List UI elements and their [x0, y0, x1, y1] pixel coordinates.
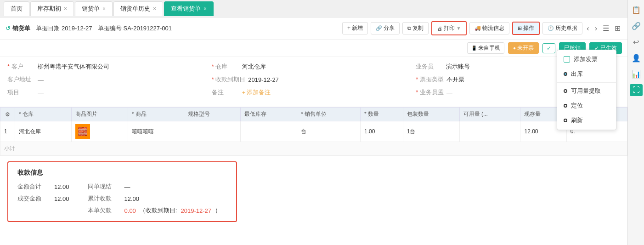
sidebar-user-icon[interactable]: 👤 [630, 52, 643, 64]
row-unit: 台 [297, 121, 361, 142]
operate-button[interactable]: ⊞ 操作 [512, 22, 540, 35]
sidebar-undo-icon[interactable]: ↩ [631, 36, 641, 48]
payment-col-right: 同单现结 — 累计收款 12.00 本单欠款 0.00 （收款到期日: 2019… [88, 182, 221, 215]
tab-close-history[interactable]: × [153, 6, 156, 12]
sidebar-chart-icon[interactable]: 📊 [630, 68, 643, 80]
tab-view-sales[interactable]: 查看销货单 × [164, 1, 214, 16]
dropdown-warehouse-out[interactable]: 出库 [557, 67, 616, 81]
row-spec [184, 121, 241, 142]
add-note-button[interactable]: + 添加备注 [242, 88, 271, 97]
subtotal-label: 小计 [0, 142, 627, 156]
dropdown-locate[interactable]: 定位 [557, 98, 616, 113]
right-sidebar: 📋 🔗 ↩ 👤 📊 ⛶ [627, 0, 644, 245]
table-header-spec: 规格型号 [184, 108, 241, 121]
dropdown-divider [557, 82, 616, 83]
sidebar-expand-icon[interactable]: ⛶ [630, 84, 643, 96]
table-header-gear[interactable]: ⚙ [0, 108, 15, 121]
form-row-1: 客户 柳州粤港平安气体有限公司 仓库 河北仓库 业务员 演示账号 [7, 63, 620, 71]
form-row-3: 项目 — 备注 + 添加备注 业务员孟 — [7, 88, 620, 97]
payment-col-left: 金额合计 12.00 成交金额 12.00 [17, 182, 69, 215]
dropdown-available-qty[interactable]: 可用量提取 [557, 84, 616, 98]
locate-icon [564, 104, 567, 108]
tab-inventory-init[interactable]: 库存期初 × [30, 1, 74, 16]
warehouse-out-icon [564, 72, 567, 76]
print-button[interactable]: 🖨 打印 ▼ [433, 23, 465, 34]
table-row: 1 河北仓库 🧱 嘻嘻嘻嘻 台 1.00 1台 12.00 0. [0, 121, 627, 142]
doc-number-field: 单据编号 SA-20191227-001 [98, 24, 172, 33]
table-header-min-stock: 最低库存 [241, 108, 297, 121]
add-invoice-icon [564, 56, 570, 63]
table-header-qty: * 数量 [361, 108, 403, 121]
row-available [459, 121, 520, 142]
payment-amount-row: 金额合计 12.00 [17, 182, 69, 191]
grid-view-icon[interactable]: ⊞ [613, 24, 622, 33]
sidebar-link-icon[interactable]: 🔗 [630, 20, 643, 32]
dropdown-menu: 添加发票 出库 可用量提取 定位 刷新 [557, 50, 616, 130]
table-wrap: ⚙ * 仓库 商品图片 * 商品 规格型号 最低库存 * 销售单位 * 数量 包… [0, 107, 627, 156]
share-button[interactable]: 🔗 分享 [371, 22, 400, 34]
payment-owed-row: 本单欠款 0.00 （收款到期日: 2019-12-27 ） [88, 206, 221, 215]
tab-sales-order[interactable]: 销货单 × [75, 1, 113, 16]
row-no: 1 [0, 121, 15, 142]
product-thumbnail: 🧱 [75, 124, 90, 139]
row-min-stock [241, 121, 297, 142]
gear-icon[interactable]: ⚙ [5, 111, 10, 118]
dropdown-refresh[interactable]: 刷新 [557, 113, 616, 128]
refresh-icon [564, 119, 567, 122]
form-area: 客户 柳州粤港平安气体有限公司 仓库 河北仓库 业务员 演示账号 客户地址 — [0, 57, 627, 107]
table-header-image: 商品图片 [71, 108, 128, 121]
project-field: 项目 — [7, 88, 212, 97]
dropdown-add-invoice[interactable]: 添加发票 [557, 52, 616, 67]
row-qty: 1.00 [361, 121, 403, 142]
next-arrow[interactable]: › [593, 24, 599, 33]
history-button[interactable]: 🕐 历史单据 [542, 22, 582, 34]
tab-close-view[interactable]: × [203, 6, 207, 12]
subtotal-row: 小计 [0, 142, 627, 156]
payment-date-field: 收款到期日 2019-12-27 [212, 75, 416, 84]
form-row-2: 客户地址 — 收款到期日 2019-12-27 票据类型 不开票 [7, 75, 620, 84]
payment-section: 收款信息 金额合计 12.00 成交金额 12.00 同单现结 — [7, 161, 237, 222]
doc-date-field: 单据日期 2019-12-27 [36, 24, 92, 33]
customer-field: 客户 柳州粤港平安气体有限公司 [7, 63, 212, 71]
payment-title: 收款信息 [17, 169, 227, 177]
row-warehouse: 河北仓库 [15, 121, 72, 142]
row-pack-qty: 1台 [403, 121, 459, 142]
table-header-unit: * 销售单位 [297, 108, 361, 121]
available-qty-icon [564, 89, 567, 93]
doc-type-icon: ↺ 销货单 [6, 24, 30, 33]
logistics-button[interactable]: 🚚 物流信息 [469, 22, 509, 34]
table-header-warehouse: * 仓库 [15, 108, 72, 121]
payment-cumulative-row: 累计收款 12.00 [88, 194, 221, 203]
note-field: 备注 + 添加备注 [212, 88, 416, 97]
copy-button[interactable]: ⧉ 复制 [402, 22, 429, 34]
tab-bar: 首页 库存期初 × 销货单 × 销货单历史 × 查看销货单 × × [0, 0, 644, 17]
toolbar-actions: + 新增 🔗 分享 ⧉ 复制 🖨 打印 ▼ [342, 21, 622, 35]
table-header-available: 可用量 (... [459, 108, 520, 121]
tab-home[interactable]: 首页 [4, 1, 29, 16]
toolbar: ↺ 销货单 单据日期 2019-12-27 单据编号 SA-20191227-0… [0, 17, 627, 40]
warehouse-field: 仓库 河北仓库 [212, 63, 416, 71]
tab-close-inventory[interactable]: × [64, 6, 67, 12]
doc-info: ↺ 销货单 单据日期 2019-12-27 单据编号 SA-20191227-0… [6, 24, 339, 33]
address-field: 客户地址 — [7, 75, 212, 84]
confirmed-check-icon[interactable]: ✓ [542, 43, 555, 53]
from-phone-button[interactable]: 📱 来自手机 [467, 42, 504, 54]
tab-sales-history[interactable]: 销货单历史 × [113, 1, 163, 16]
table-header-product: * 商品 [128, 108, 184, 121]
unchecked-button[interactable]: ● 未开票 [508, 42, 539, 54]
print-highlight-box: 🖨 打印 ▼ [431, 21, 467, 35]
toolbar2: 📱 来自手机 ● 未开票 ✓ 已核销 ✓ 已生效 [0, 40, 627, 57]
table-header-pack-qty: 包装数量 [403, 108, 459, 121]
row-image: 🧱 [71, 121, 128, 142]
prev-arrow[interactable]: ‹ [585, 24, 590, 33]
list-view-icon[interactable]: ☰ [601, 24, 610, 33]
payment-same-order-row: 同单现结 — [88, 182, 221, 191]
sidebar-clipboard-icon[interactable]: 📋 [630, 4, 643, 16]
row-product: 嘻嘻嘻嘻 [128, 121, 184, 142]
product-table: ⚙ * 仓库 商品图片 * 商品 规格型号 最低库存 * 销售单位 * 数量 包… [0, 107, 627, 156]
tab-close-sales[interactable]: × [102, 6, 106, 12]
payment-deal-row: 成交金额 12.00 [17, 194, 69, 203]
new-button[interactable]: + 新增 [342, 22, 368, 34]
payment-rows: 金额合计 12.00 成交金额 12.00 同单现结 — 累计收款 [17, 182, 227, 215]
